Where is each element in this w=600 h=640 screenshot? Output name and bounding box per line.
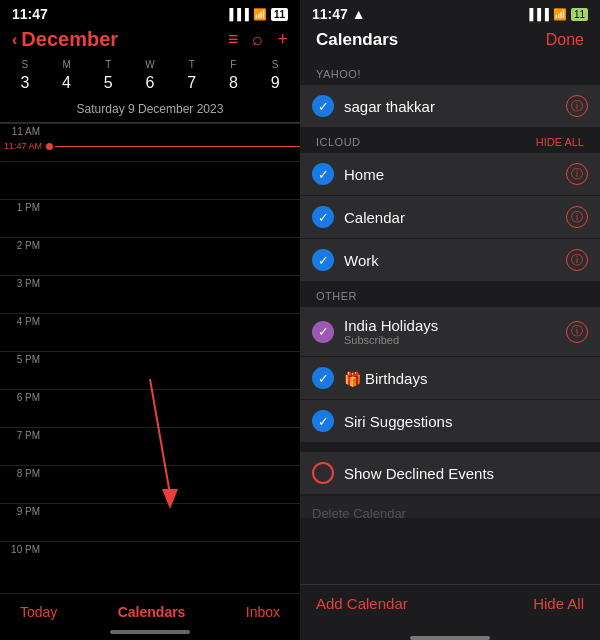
status-time-left: 11:47 xyxy=(12,6,48,22)
date-4[interactable]: 4 xyxy=(46,72,88,94)
current-time-label: 11:47 AM xyxy=(0,141,46,151)
arrow-svg xyxy=(140,379,200,509)
left-panel: 11:47 ▐▐▐ 📶 11 ‹ December ≡ ⌕ + S M T W … xyxy=(0,0,300,640)
current-time-dot xyxy=(46,143,53,150)
icloud-label: ICLOUD xyxy=(316,136,361,148)
india-sub: Subscribed xyxy=(344,334,556,346)
status-icons-left: ▐▐▐ 📶 11 xyxy=(225,8,288,21)
weekday-s2: S xyxy=(254,57,296,72)
work-name: Work xyxy=(344,252,556,269)
list-icon[interactable]: ≡ xyxy=(228,29,239,50)
back-chevron-icon[interactable]: ‹ xyxy=(12,31,17,49)
weekday-t1: T xyxy=(87,57,129,72)
today-button[interactable]: Today xyxy=(20,604,57,620)
declined-label: Show Declined Events xyxy=(344,465,494,482)
weekday-f: F xyxy=(213,57,255,72)
time-slot-gap xyxy=(0,161,300,199)
birthdays-item[interactable]: ✓ 🎁 Birthdays xyxy=(300,357,600,399)
date-6[interactable]: 6 xyxy=(129,72,171,94)
signal-icon: ▐▐▐ xyxy=(225,8,248,20)
calendar-item[interactable]: ✓ Calendar ⓘ xyxy=(300,196,600,238)
bottom-bar-right: Add Calendar Hide All xyxy=(300,584,600,632)
date-row: 3 4 5 6 7 8 9 xyxy=(0,72,300,98)
partial-item: Delete Calendar xyxy=(300,496,600,518)
time-slot-2pm: 2 PM xyxy=(0,237,300,275)
birthdays-name: 🎁 Birthdays xyxy=(344,370,588,387)
siri-check: ✓ xyxy=(312,410,334,432)
time-slot-3pm: 3 PM xyxy=(0,275,300,313)
date-9[interactable]: 9 xyxy=(254,72,296,94)
india-name: India Holidays xyxy=(344,317,556,334)
inbox-button[interactable]: Inbox xyxy=(246,604,280,620)
declined-check xyxy=(312,462,334,484)
svg-marker-1 xyxy=(162,489,178,509)
home-info-button[interactable]: ⓘ xyxy=(566,163,588,185)
selected-date: Saturday 9 December 2023 xyxy=(0,98,300,123)
add-icon[interactable]: + xyxy=(277,29,288,50)
india-info-button[interactable]: ⓘ xyxy=(566,321,588,343)
calendar-actions: ≡ ⌕ + xyxy=(228,29,288,50)
home-check: ✓ xyxy=(312,163,334,185)
time-slot-1pm: 1 PM xyxy=(0,199,300,237)
done-button[interactable]: Done xyxy=(546,31,584,49)
time-slot-4pm: 4 PM xyxy=(0,313,300,351)
current-time-line xyxy=(55,146,300,147)
add-calendar-button[interactable]: Add Calendar xyxy=(316,595,408,612)
current-time-indicator: 11:47 AM xyxy=(0,141,300,151)
weekday-row: S M T W T F S xyxy=(0,57,300,72)
india-check: ✓ xyxy=(312,321,334,343)
calendar-header: ‹ December ≡ ⌕ + xyxy=(0,24,300,57)
icloud-section-header: ICLOUD HIDE ALL xyxy=(300,128,600,152)
date-5[interactable]: 5 xyxy=(87,72,129,94)
work-check: ✓ xyxy=(312,249,334,271)
india-holidays-item[interactable]: ✓ India Holidays Subscribed ⓘ xyxy=(300,307,600,356)
calendar-check: ✓ xyxy=(312,206,334,228)
check-icon: ✓ xyxy=(318,99,329,114)
birthday-icon: 🎁 xyxy=(344,371,365,387)
calendar-name: Calendar xyxy=(344,209,556,226)
battery-icon-right: 11 xyxy=(571,8,588,21)
siri-suggestions-item[interactable]: ✓ Siri Suggestions xyxy=(300,400,600,442)
india-name-wrap: India Holidays Subscribed xyxy=(344,317,556,346)
show-declined-item[interactable]: Show Declined Events xyxy=(300,452,600,494)
time-slot-10pm: 10 PM xyxy=(0,541,300,579)
right-panel: 11:47 ▲ ▐▐▐ 📶 11 Calendars Done YAHOO! ✓… xyxy=(300,0,600,640)
sagar-info-button[interactable]: ⓘ xyxy=(566,95,588,117)
home-name: Home xyxy=(344,166,556,183)
sagar-check: ✓ xyxy=(312,95,334,117)
calendar-info-button[interactable]: ⓘ xyxy=(566,206,588,228)
other-label: OTHER xyxy=(316,290,357,302)
status-bar-left: 11:47 ▐▐▐ 📶 11 xyxy=(0,0,300,24)
status-bar-right: 11:47 ▲ ▐▐▐ 📶 11 xyxy=(300,0,600,24)
svg-line-0 xyxy=(150,379,170,494)
date-3[interactable]: 3 xyxy=(4,72,46,94)
calendars-title: Calendars xyxy=(316,30,398,50)
battery-icon: 11 xyxy=(271,8,288,21)
work-info-button[interactable]: ⓘ xyxy=(566,249,588,271)
date-8[interactable]: 8 xyxy=(213,72,255,94)
weekday-m: M xyxy=(46,57,88,72)
work-item[interactable]: ✓ Work ⓘ xyxy=(300,239,600,281)
weekday-w: W xyxy=(129,57,171,72)
arrow-indicator xyxy=(140,379,200,513)
sagar-thakkar-item[interactable]: ✓ sagar thakkar ⓘ xyxy=(300,85,600,127)
yahoo-section: YAHOO! ✓ sagar thakkar ⓘ xyxy=(300,60,600,128)
date-7[interactable]: 7 xyxy=(171,72,213,94)
yahoo-label: YAHOO! xyxy=(316,68,361,80)
icloud-section: ICLOUD HIDE ALL ✓ Home ⓘ ✓ Calendar ⓘ ✓ … xyxy=(300,128,600,282)
calendars-header: Calendars Done xyxy=(300,24,600,60)
search-icon[interactable]: ⌕ xyxy=(252,29,263,50)
time-grid: 11 AM 11:47 AM 1 PM 2 PM 3 P xyxy=(0,123,300,593)
status-time-right: 11:47 ▲ xyxy=(312,6,366,22)
wifi-icon: 📶 xyxy=(253,8,267,21)
yahoo-section-header: YAHOO! xyxy=(300,60,600,84)
hide-all-button[interactable]: HIDE ALL xyxy=(536,136,584,148)
home-indicator-right xyxy=(410,636,490,640)
hide-all-bottom-button[interactable]: Hide All xyxy=(533,595,584,612)
month-title[interactable]: ‹ December xyxy=(12,28,118,51)
signal-icon-right: ▐▐▐ xyxy=(525,8,548,20)
home-item[interactable]: ✓ Home ⓘ xyxy=(300,153,600,195)
other-section-header: OTHER xyxy=(300,282,600,306)
time-label-11am: 11 AM xyxy=(0,124,46,137)
calendars-button[interactable]: Calendars xyxy=(118,604,186,620)
